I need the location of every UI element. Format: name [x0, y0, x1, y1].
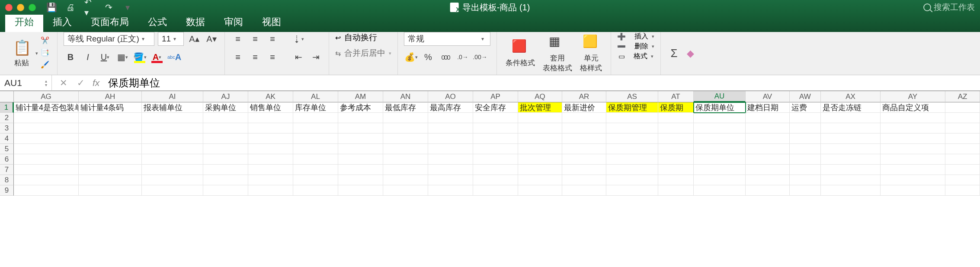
cell-AW7[interactable]: [790, 165, 821, 175]
confirm-formula-icon[interactable]: ✓: [77, 78, 85, 88]
cell-AH9[interactable]: [79, 185, 142, 196]
merge-center-button[interactable]: ⇆ 合并后居中 ▾: [335, 48, 391, 59]
cell-AV6[interactable]: [746, 154, 790, 165]
cell-AW2[interactable]: [790, 113, 821, 123]
decrease-font-icon[interactable]: A▾: [205, 32, 218, 46]
cell-AN1[interactable]: 最低库存: [383, 102, 428, 113]
wrap-text-button[interactable]: ↩ 自动换行: [335, 32, 377, 43]
indent-decrease-icon[interactable]: ⇤: [291, 50, 305, 64]
row-header[interactable]: 3: [0, 123, 14, 134]
cell-AG8[interactable]: [14, 175, 79, 185]
cell-AN7[interactable]: [383, 165, 428, 175]
cell-styles-button[interactable]: 🟨 单元 格样式: [577, 32, 605, 75]
paste-button[interactable]: 📋 粘贴: [10, 37, 33, 70]
cell-AG3[interactable]: [14, 123, 79, 134]
column-header-AJ[interactable]: AJ: [203, 91, 248, 102]
cell-AU6[interactable]: [694, 154, 746, 165]
cell-AR9[interactable]: [562, 185, 606, 196]
cell-AI4[interactable]: [142, 134, 203, 144]
cell-AX7[interactable]: [821, 165, 881, 175]
cell-AP6[interactable]: [473, 154, 518, 165]
cell-AO3[interactable]: [428, 123, 473, 134]
increase-font-icon[interactable]: A▴: [187, 32, 201, 46]
redo-icon[interactable]: ↷: [103, 2, 114, 13]
cell-AX9[interactable]: [821, 185, 881, 196]
cell-AQ4[interactable]: [518, 134, 562, 144]
cell-AS7[interactable]: [606, 165, 658, 175]
cell-AI2[interactable]: [142, 113, 203, 123]
cell-AN2[interactable]: [383, 113, 428, 123]
cell-AS8[interactable]: [606, 175, 658, 185]
cell-AU7[interactable]: [694, 165, 746, 175]
cell-AW3[interactable]: [790, 123, 821, 134]
cell-AQ8[interactable]: [518, 175, 562, 185]
cell-AZ8[interactable]: [945, 175, 980, 185]
cell-AZ7[interactable]: [945, 165, 980, 175]
cell-AK7[interactable]: [248, 165, 293, 175]
cell-AT8[interactable]: [658, 175, 694, 185]
cell-AV5[interactable]: [746, 144, 790, 154]
row-header[interactable]: 6: [0, 154, 14, 165]
cell-AG1[interactable]: 辅计量4是否包装单位: [14, 102, 79, 113]
cell-AH4[interactable]: [79, 134, 142, 144]
cell-AW1[interactable]: 运费: [790, 102, 821, 113]
cell-AL4[interactable]: [293, 134, 338, 144]
cell-AV2[interactable]: [746, 113, 790, 123]
cell-AW6[interactable]: [790, 154, 821, 165]
cell-AT2[interactable]: [658, 113, 694, 123]
font-name-combo[interactable]: 等线 Regular (正文) ▾: [64, 32, 154, 46]
tab-home[interactable]: 开始: [5, 12, 43, 32]
indent-increase-icon[interactable]: ⇥: [309, 50, 323, 64]
cell-AN4[interactable]: [383, 134, 428, 144]
print-icon-alt[interactable]: 🖨: [65, 2, 76, 13]
cell-AJ9[interactable]: [203, 185, 248, 196]
cell-AY5[interactable]: [881, 144, 945, 154]
cell-AR7[interactable]: [562, 165, 606, 175]
cell-AL3[interactable]: [293, 123, 338, 134]
column-header-AN[interactable]: AN: [383, 91, 428, 102]
column-header-AR[interactable]: AR: [562, 91, 606, 102]
cell-AO1[interactable]: 最高库存: [428, 102, 473, 113]
cell-AQ5[interactable]: [518, 144, 562, 154]
cell-AT4[interactable]: [658, 134, 694, 144]
row-header[interactable]: 1: [0, 102, 14, 113]
cell-AN6[interactable]: [383, 154, 428, 165]
cell-AL6[interactable]: [293, 154, 338, 165]
cell-AU2[interactable]: [694, 113, 746, 123]
row-header[interactable]: 9: [0, 185, 14, 196]
cell-AY9[interactable]: [881, 185, 945, 196]
cell-AK4[interactable]: [248, 134, 293, 144]
cell-AK6[interactable]: [248, 154, 293, 165]
cell-AL7[interactable]: [293, 165, 338, 175]
tab-review[interactable]: 审阅: [215, 12, 253, 32]
cell-AT3[interactable]: [658, 123, 694, 134]
cell-AR4[interactable]: [562, 134, 606, 144]
cell-AL1[interactable]: 库存单位: [293, 102, 338, 113]
align-left-icon[interactable]: ≡: [231, 50, 245, 64]
decrease-decimal-icon[interactable]: .00→: [473, 50, 487, 64]
cell-AW5[interactable]: [790, 144, 821, 154]
cell-AM2[interactable]: [338, 113, 383, 123]
cell-AJ7[interactable]: [203, 165, 248, 175]
column-header-AZ[interactable]: AZ: [945, 91, 980, 102]
cell-AR6[interactable]: [562, 154, 606, 165]
cell-AZ1[interactable]: [945, 102, 980, 113]
cell-AR8[interactable]: [562, 175, 606, 185]
cell-AS3[interactable]: [606, 123, 658, 134]
cell-AV4[interactable]: [746, 134, 790, 144]
cell-AX6[interactable]: [821, 154, 881, 165]
cell-AQ2[interactable]: [518, 113, 562, 123]
cell-AZ5[interactable]: [945, 144, 980, 154]
cell-AM9[interactable]: [338, 185, 383, 196]
cell-AV1[interactable]: 建档日期: [746, 102, 790, 113]
cell-AJ3[interactable]: [203, 123, 248, 134]
cell-AP1[interactable]: 安全库存: [473, 102, 518, 113]
cell-AM4[interactable]: [338, 134, 383, 144]
align-right-icon[interactable]: ≡: [266, 50, 279, 64]
cell-AG9[interactable]: [14, 185, 79, 196]
percent-icon[interactable]: %: [421, 50, 435, 64]
column-header-AK[interactable]: AK: [248, 91, 293, 102]
underline-button[interactable]: U▾: [98, 50, 112, 64]
cell-AH6[interactable]: [79, 154, 142, 165]
font-size-combo[interactable]: 11 ▾: [158, 32, 184, 46]
